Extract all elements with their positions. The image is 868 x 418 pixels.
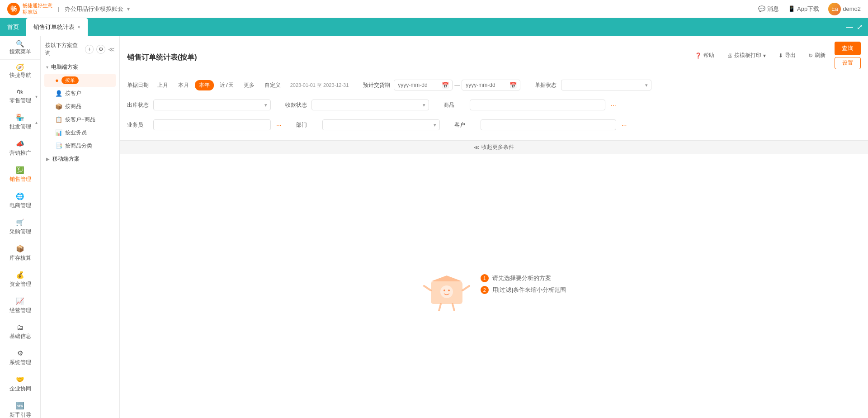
svg-line-5	[424, 286, 431, 290]
mobile-scheme-group-header[interactable]: ▶ 移动端方案	[44, 152, 116, 166]
last-month-btn[interactable]: 上月	[153, 80, 172, 90]
scheme-header-label: 按以下方案查询	[45, 42, 82, 57]
help-button[interactable]: ❓ 帮助	[691, 50, 718, 61]
newbie-icon: 🆕	[16, 402, 24, 410]
custom-btn[interactable]: 自定义	[260, 80, 285, 90]
add-scheme-button[interactable]: +	[85, 45, 94, 54]
this-month-btn[interactable]: 本月	[174, 80, 193, 90]
sidebar-item-quicknav[interactable]: 🧭 快捷导航	[0, 60, 40, 83]
message-icon: 💬	[758, 5, 765, 12]
doc-status-select[interactable]	[561, 80, 651, 90]
sidebar-item-base[interactable]: 🗂 基础信息	[0, 319, 40, 345]
user-menu[interactable]: Ea demo2	[828, 3, 861, 15]
product-input[interactable]	[470, 100, 605, 110]
last7days-btn[interactable]: 近7天	[216, 80, 238, 90]
category-icon: 📑	[55, 142, 62, 149]
date-quick-filters: 上月 本月 本年 近7天 更多 自定义	[153, 80, 285, 90]
tab-home[interactable]: 首页	[0, 18, 26, 36]
top-bar: 畅 畅捷通好生意 标准版 | 办公用品行业模拟账套 ▾ 💬 消息 📱 App下载…	[0, 0, 868, 18]
sidebar-item-operations[interactable]: 📈 经营管理	[0, 293, 40, 319]
sidebar-item-enterprise[interactable]: 🤝 企业协同	[0, 371, 40, 397]
empty-tip-2: 2 用[过滤]条件来缩小分析范围	[481, 286, 566, 294]
scheme-item-by-order[interactable]: ● 按单	[44, 74, 116, 87]
product-icon: 📦	[55, 103, 62, 110]
collapse-icon: ≪	[474, 144, 480, 151]
operations-icon: 📈	[16, 297, 24, 305]
top-bar-title: 办公用品行业模拟账套	[65, 5, 123, 13]
svg-line-8	[453, 304, 454, 311]
help-icon: ❓	[695, 52, 702, 59]
base-icon: 🗂	[17, 323, 24, 331]
sidebar-item-newbie[interactable]: 🆕 新手引导	[0, 397, 40, 418]
date-range-separator: —	[454, 82, 460, 88]
page-title: 销售订单统计表(按单)	[127, 53, 197, 62]
sidebar-item-search[interactable]: 🔍 搜索菜单	[0, 36, 40, 60]
collapse-panel-button[interactable]: ≪	[108, 46, 115, 53]
message-button[interactable]: 💬 消息	[758, 5, 779, 13]
tab-close-icon[interactable]: ×	[77, 24, 80, 30]
customer-input[interactable]	[481, 119, 616, 130]
collapse-more-conditions[interactable]: ≪ 收起更多条件	[120, 140, 868, 154]
minimize-button[interactable]: —	[846, 24, 853, 31]
empty-tips: 1 请先选择要分析的方案 2 用[过滤]条件来缩小分析范围	[481, 274, 566, 298]
right-panel: 销售订单统计表(按单) ❓ 帮助 🖨 按模板打印 ▾ ⬇ 导出	[120, 36, 868, 418]
system-icon: ⚙	[17, 349, 23, 357]
salesperson-input[interactable]	[153, 119, 271, 130]
delivery-start-input[interactable]	[394, 80, 453, 90]
refresh-icon: ↻	[808, 52, 813, 59]
sidebar: 🔍 搜索菜单 🧭 快捷导航 🛍 零售管理 ▾ 🏪 批发管理 ▴ 📣 营销推广 💹…	[0, 36, 41, 418]
delivery-status-select[interactable]	[153, 100, 271, 110]
refresh-button[interactable]: ↻ 刷新	[805, 50, 829, 61]
settings-button[interactable]: 设置	[835, 57, 861, 69]
query-button[interactable]: 查询	[835, 42, 861, 55]
filter-date: 单据日期 上月 本月 本年 近7天 更多 自定义 2023-01-01 至 20…	[127, 80, 349, 90]
customer-more-icon[interactable]: ···	[622, 121, 627, 128]
product-label: 商品	[443, 101, 466, 109]
print-button[interactable]: 🖨 按模板打印 ▾	[723, 50, 769, 61]
sidebar-item-marketing[interactable]: 📣 营销推广	[0, 135, 40, 162]
main-layout: 🔍 搜索菜单 🧭 快捷导航 🛍 零售管理 ▾ 🏪 批发管理 ▴ 📣 营销推广 💹…	[0, 36, 868, 418]
salesperson-icon: 📊	[55, 129, 62, 136]
finance-icon: 💰	[16, 271, 24, 279]
sidebar-item-inventory[interactable]: 📦 库存核算	[0, 240, 40, 266]
desktop-scheme-group-header[interactable]: ▾ 电脑端方案	[44, 61, 116, 74]
svg-point-4	[448, 290, 450, 291]
top-bar-right: 💬 消息 📱 App下载 Ea demo2	[758, 3, 861, 15]
wholesale-icon: 🏪	[16, 114, 24, 122]
app-download-button[interactable]: 📱 App下载	[788, 5, 819, 13]
scheme-item-by-salesperson[interactable]: 📊 按业务员	[44, 126, 116, 139]
date-range-text: 2023-01-01 至 2023-12-31	[290, 82, 349, 89]
sidebar-item-ecommerce[interactable]: 🌐 电商管理	[0, 188, 40, 214]
empty-illustration	[422, 261, 472, 311]
sidebar-item-retail[interactable]: 🛍 零售管理 ▾	[0, 83, 40, 109]
department-select[interactable]	[322, 119, 440, 130]
sidebar-item-system[interactable]: ⚙ 系统管理	[0, 345, 40, 371]
sidebar-item-wholesale[interactable]: 🏪 批发管理 ▴	[0, 109, 40, 135]
sidebar-item-sales[interactable]: 💹 销售管理	[0, 162, 40, 188]
export-button[interactable]: ⬇ 导出	[775, 50, 799, 61]
empty-content: 1 请先选择要分析的方案 2 用[过滤]条件来缩小分析范围	[422, 261, 566, 311]
payment-status-wrapper	[311, 100, 429, 110]
content-area: 按以下方案查询 + ⚙ ≪ ▾ 电脑端方案 ● 按单 👤 按客户	[41, 36, 868, 418]
maximize-button[interactable]: ⤢	[857, 24, 863, 31]
delivery-end-input[interactable]	[462, 80, 520, 90]
salesperson-more-icon[interactable]: ···	[276, 121, 282, 128]
this-year-btn[interactable]: 本年	[195, 80, 214, 90]
filter-delivery-date: 预计交货期 📅 — 📅	[363, 80, 520, 90]
sidebar-item-finance[interactable]: 💰 资金管理	[0, 266, 40, 293]
scheme-item-by-product[interactable]: 📦 按商品	[44, 100, 116, 113]
product-more-icon[interactable]: ···	[611, 101, 616, 109]
sidebar-item-purchase[interactable]: 🛒 采购管理	[0, 214, 40, 240]
tab-sales-order-stats[interactable]: 销售订单统计表 ×	[26, 18, 88, 36]
scheme-item-by-category[interactable]: 📑 按商品分类	[44, 139, 116, 152]
page-header: 销售订单统计表(按单) ❓ 帮助 🖨 按模板打印 ▾ ⬇ 导出	[120, 36, 868, 74]
scheme-item-by-customer[interactable]: 👤 按客户	[44, 87, 116, 100]
scheme-item-by-customer-product[interactable]: 📋 按客户+商品	[44, 113, 116, 126]
dropdown-arrow-icon[interactable]: ▾	[127, 6, 130, 12]
chevron-down-icon: ▾	[46, 65, 48, 70]
salesperson-label: 业务员	[127, 121, 150, 129]
payment-status-select[interactable]	[311, 100, 429, 110]
more-btn[interactable]: 更多	[240, 80, 259, 90]
header-actions: ❓ 帮助 🖨 按模板打印 ▾ ⬇ 导出 ↻ 刷新	[691, 42, 861, 74]
settings-scheme-button[interactable]: ⚙	[96, 45, 105, 54]
